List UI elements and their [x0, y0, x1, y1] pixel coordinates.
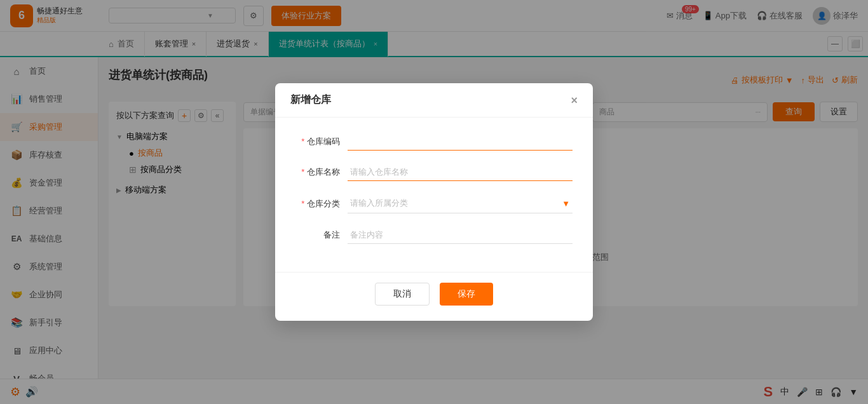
modal-footer: 取消 保存	[275, 272, 593, 321]
name-input[interactable]	[348, 163, 573, 181]
modal-header: 新增仓库 ×	[275, 83, 593, 118]
form-row-note: 备注	[295, 226, 573, 244]
code-label: 仓库编码	[295, 136, 340, 147]
save-button[interactable]: 保存	[440, 283, 493, 306]
modal-overlay: 新增仓库 × 仓库编码 04 仓库名称 仓库分类 请输入所属分类 ▼	[0, 0, 868, 404]
category-label: 仓库分类	[295, 198, 340, 210]
note-input[interactable]	[348, 226, 573, 244]
form-row-name: 仓库名称	[295, 163, 573, 181]
form-row-code: 仓库编码 04	[295, 133, 573, 151]
form-row-category: 仓库分类 请输入所属分类 ▼	[295, 194, 573, 213]
category-placeholder: 请输入所属分类	[350, 198, 408, 209]
category-select[interactable]: 请输入所属分类 ▼	[348, 194, 573, 213]
modal-close-button[interactable]: ×	[571, 95, 578, 106]
modal-body: 仓库编码 04 仓库名称 仓库分类 请输入所属分类 ▼ 备注	[275, 118, 593, 272]
code-input[interactable]: 04	[348, 133, 573, 151]
new-warehouse-modal: 新增仓库 × 仓库编码 04 仓库名称 仓库分类 请输入所属分类 ▼	[275, 83, 593, 321]
note-label: 备注	[295, 229, 340, 241]
cancel-button[interactable]: 取消	[375, 283, 430, 306]
category-dropdown-icon: ▼	[562, 199, 570, 208]
modal-title: 新增仓库	[290, 93, 331, 107]
name-label: 仓库名称	[295, 166, 340, 178]
